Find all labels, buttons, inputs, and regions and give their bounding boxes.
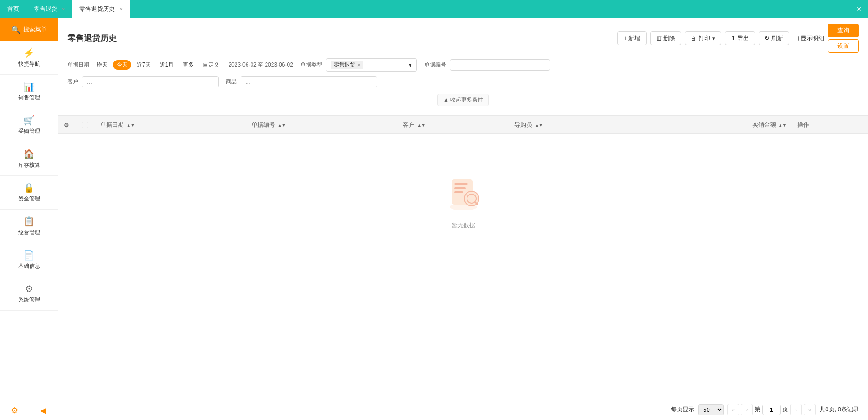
tab-retail-return[interactable]: 零售退货 × [26,0,72,18]
sidebar-settings-button[interactable]: ⚙ [0,400,29,420]
bill-no-input[interactable] [450,59,550,71]
per-page-select[interactable]: 50 100 200 [698,404,724,415]
tab-retail-return-history-close[interactable]: × [119,6,122,12]
data-table: ⚙ 单据日期 ▲▼ 单据编号 ▲▼ [58,116,868,134]
customer-sort-arrows: ▲▼ [417,123,426,128]
tab-bar: 首页 零售退货 × 零售退货历史 × [0,0,850,18]
sidebar-item-basic-info-label: 基础信息 [18,262,40,270]
bill-type-label: 单据类型 [300,61,322,69]
pagination-bar: 每页显示 50 100 200 « ‹ 第 页 › » [58,399,868,420]
finance-icon: 🔒 [23,182,35,193]
tab-retail-return-history[interactable]: 零售退货历史 × [72,0,129,18]
sidebar-item-system-mgmt[interactable]: ⚙ 系统管理 [0,277,58,311]
next-page-icon: › [795,406,797,413]
delete-button[interactable]: 🗑 删除 [650,31,682,45]
page-title-row: 零售退货历史 + 新增 🗑 删除 🖨 打印 ▾ ⬆ 导出 [67,24,859,53]
inventory-icon: 🏠 [23,149,35,159]
sidebar-item-purchase-mgmt-label: 采购管理 [18,128,40,135]
export-button[interactable]: ⬆ 导出 [725,31,755,45]
bill-type-tag: 零售退货 × [331,61,363,69]
sidebar-item-basic-info[interactable]: 📄 基础信息 [0,243,58,277]
page-suffix: 页 [782,405,788,414]
print-button[interactable]: 🖨 打印 ▾ [685,31,721,45]
search-menu-button[interactable]: 🔍 搜索菜单 [0,18,58,41]
sidebar-item-sales-mgmt[interactable]: 📊 销售管理 [0,75,58,108]
col-bill-no[interactable]: 单据编号 ▲▼ [246,116,397,134]
tab-home-label: 首页 [7,5,19,13]
tab-home[interactable]: 首页 [0,0,26,18]
first-page-button[interactable]: « [727,404,739,415]
display-detail-toggle[interactable]: 显示明细 [793,34,824,42]
per-page-label: 每页显示 [671,405,694,414]
col-date[interactable]: 单据日期 ▲▼ [95,116,246,134]
date-filter-label: 单据日期 [67,61,89,69]
collapse-filters-button[interactable]: ▲ 收起更多条件 [437,94,489,106]
next-page-button[interactable]: › [790,404,802,415]
query-button-label: 查询 [837,27,849,34]
search-icon: 🔍 [11,26,21,34]
filter-section: 零售退货历史 + 新增 🗑 删除 🖨 打印 ▾ ⬆ 导出 [58,18,868,116]
prev-page-icon: ‹ [746,406,748,413]
tab-retail-return-close[interactable]: × [62,6,65,12]
sidebar-item-system-mgmt-label: 系统管理 [18,296,40,304]
bill-type-tag-close[interactable]: × [357,62,360,68]
sidebar-item-quick-nav[interactable]: ⚡ 快捷导航 [0,41,58,75]
filter-bill-no-item: 单据编号 [424,59,550,71]
bill-no-sort-arrows: ▲▼ [278,123,286,128]
tab-retail-return-label: 零售退货 [34,5,57,13]
goods-select[interactable]: ... [241,76,377,87]
main-layout: 🔍 搜索菜单 ⚡ 快捷导航 📊 销售管理 🛒 采购管理 🏠 库存核算 🔒 [0,18,868,420]
total-records: 共0页, 0条记录 [819,405,859,414]
col-settings[interactable]: ⚙ [58,116,77,134]
settings-icon: ⚙ [64,122,69,128]
filter-settings-button[interactable]: 设置 [828,39,859,53]
goods-label: 商品 [226,78,237,86]
refresh-button[interactable]: ↻ 刷新 [759,31,789,45]
prev-page-button[interactable]: ‹ [741,404,753,415]
col-guide-label: 导购员 [514,121,532,128]
filter-customer-item: 客户 ... [67,76,219,87]
search-menu-label: 搜索菜单 [23,26,47,34]
sidebar-item-operations[interactable]: 📋 经营管理 [0,210,58,243]
content-area: 零售退货历史 + 新增 🗑 删除 🖨 打印 ▾ ⬆ 导出 [58,18,868,420]
select-all-checkbox[interactable] [82,122,88,128]
bill-type-tag-text: 零售退货 [334,61,355,69]
sidebar-item-purchase-mgmt[interactable]: 🛒 采购管理 [0,108,58,142]
first-page-icon: « [732,406,735,413]
customer-select[interactable]: ... [82,76,219,87]
sidebar-item-inventory[interactable]: 🏠 库存核算 [0,142,58,176]
collapse-label: ▲ 收起更多条件 [443,96,483,104]
col-checkbox[interactable] [77,116,95,134]
date-opt-1month[interactable]: 近1月 [156,60,178,70]
display-detail-checkbox[interactable] [793,36,799,41]
date-opt-today[interactable]: 今天 [113,60,131,70]
filter-row-1: 单据日期 昨天 今天 近7天 近1月 更多 自定义 2023-06-02 至 2… [67,58,859,72]
sidebar-item-finance[interactable]: 🔒 资金管理 [0,176,58,210]
table-container: ⚙ 单据日期 ▲▼ 单据编号 ▲▼ [58,116,868,399]
page-number-input[interactable] [762,405,781,415]
last-page-button[interactable]: » [804,404,816,415]
toolbar: + 新增 🗑 删除 🖨 打印 ▾ ⬆ 导出 ↻ 刷新 [617,24,859,53]
col-guide[interactable]: 导购员 ▲▼ [509,116,641,134]
window-close-button[interactable]: × [850,0,868,18]
customer-ellipsis: ... [87,78,92,85]
bill-type-select[interactable]: 零售退货 × ▾ [326,58,417,72]
col-customer[interactable]: 客户 ▲▼ [397,116,509,134]
date-opt-7days[interactable]: 近7天 [133,60,154,70]
sidebar-collapse-button[interactable]: ◀ [29,400,58,420]
query-button[interactable]: 查询 [828,24,859,37]
customer-label: 客户 [67,78,78,86]
filter-date-item: 单据日期 昨天 今天 近7天 近1月 更多 自定义 2023-06-02 至 2… [67,60,293,70]
display-detail-label: 显示明细 [801,34,824,42]
date-opt-custom[interactable]: 自定义 [199,60,223,70]
date-opt-more[interactable]: 更多 [179,60,197,70]
table-header: ⚙ 单据日期 ▲▼ 单据编号 ▲▼ [58,116,868,134]
date-sort-arrows: ▲▼ [127,123,135,128]
sidebar-settings-icon: ⚙ [11,405,18,415]
empty-icon [441,170,486,216]
new-button[interactable]: + 新增 [617,31,646,45]
sidebar-menu: ⚡ 快捷导航 📊 销售管理 🛒 采购管理 🏠 库存核算 🔒 资金管理 📋 [0,41,58,400]
col-amount[interactable]: 实销金额 ▲▼ [641,116,792,134]
goods-ellipsis: ... [246,78,251,85]
date-opt-yesterday[interactable]: 昨天 [93,60,111,70]
